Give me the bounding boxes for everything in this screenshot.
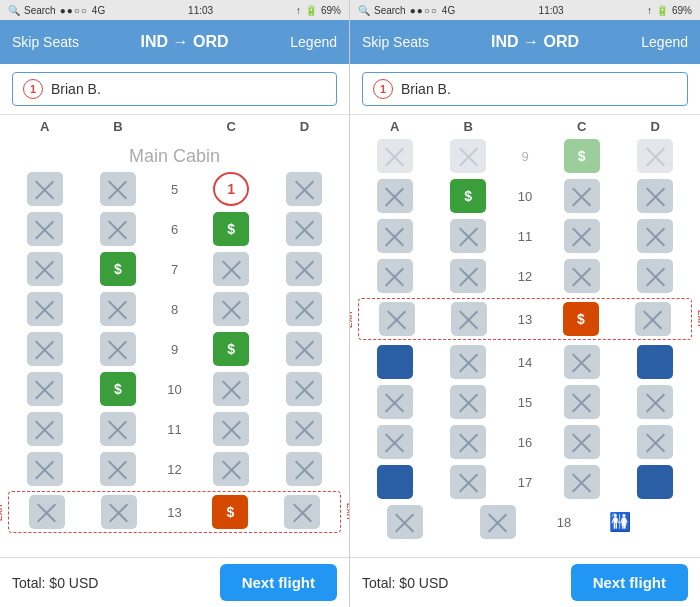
seat-10c[interactable] — [213, 372, 249, 406]
seat-11c[interactable] — [213, 412, 249, 446]
table-row: 9 $ — [8, 331, 341, 367]
seat-13c[interactable]: $ — [212, 495, 248, 529]
seat-r17b[interactable] — [450, 465, 486, 499]
seat-r14b[interactable] — [450, 345, 486, 379]
seat-9d[interactable] — [286, 332, 322, 366]
next-flight-button-right[interactable]: Next flight — [571, 564, 688, 601]
seat-r12b[interactable] — [450, 259, 486, 293]
next-flight-button-left[interactable]: Next flight — [220, 564, 337, 601]
seat-8c[interactable] — [213, 292, 249, 326]
seat-7a[interactable] — [27, 252, 63, 286]
seat-r14d[interactable] — [637, 345, 673, 379]
legend-button[interactable]: Legend — [290, 34, 337, 50]
seat-r13a[interactable] — [379, 302, 415, 336]
seat-r15b[interactable] — [450, 385, 486, 419]
seat-11d[interactable] — [286, 412, 322, 446]
seat-grid-left: 5 1 6 $ $ 7 — [0, 171, 349, 533]
status-bar-right: 🔍 Search ●●○○ 4G 11:03 ↑ 🔋 69% — [350, 0, 700, 20]
seat-7b[interactable]: $ — [100, 252, 136, 286]
seat-r11b[interactable] — [450, 219, 486, 253]
seat-r16b[interactable] — [450, 425, 486, 459]
seat-6c[interactable]: $ — [213, 212, 249, 246]
seat-5c[interactable]: 1 — [213, 172, 249, 206]
seat-12a[interactable] — [27, 452, 63, 486]
seat-r15c[interactable] — [564, 385, 600, 419]
seat-r14c[interactable] — [564, 345, 600, 379]
seat-r16c[interactable] — [564, 425, 600, 459]
seat-r13c[interactable]: $ — [563, 302, 599, 336]
seat-r18a[interactable] — [387, 505, 423, 539]
seat-r14a[interactable] — [377, 345, 413, 379]
seat-11a[interactable] — [27, 412, 63, 446]
seat-10b[interactable]: $ — [100, 372, 136, 406]
legend-button-right[interactable]: Legend — [641, 34, 688, 50]
seat-5d[interactable] — [286, 172, 322, 206]
seat-13a[interactable] — [29, 495, 65, 529]
seat-9c[interactable]: $ — [213, 332, 249, 366]
passenger-name-right: Brian B. — [401, 81, 451, 97]
seat-8a[interactable] — [27, 292, 63, 326]
seat-r17d[interactable] — [637, 465, 673, 499]
seat-r10b[interactable]: $ — [450, 179, 486, 213]
seat-7c[interactable] — [213, 252, 249, 286]
seat-r9d[interactable] — [637, 139, 673, 173]
seat-6b[interactable] — [100, 212, 136, 246]
seat-11b[interactable] — [100, 412, 136, 446]
seat-map-left: Main Cabin 5 1 6 $ $ 7 — [0, 138, 349, 557]
seat-r9a[interactable] — [377, 139, 413, 173]
passenger-box-right[interactable]: 1 Brian B. — [362, 72, 688, 106]
battery-label-right: 69% — [672, 5, 692, 16]
seat-9b[interactable] — [100, 332, 136, 366]
seat-r17a[interactable] — [377, 465, 413, 499]
seat-r13b[interactable] — [451, 302, 487, 336]
seat-12d[interactable] — [286, 452, 322, 486]
seat-r11c[interactable] — [564, 219, 600, 253]
seat-r11a[interactable] — [377, 219, 413, 253]
seat-r12d[interactable] — [637, 259, 673, 293]
seat-r13d[interactable] — [635, 302, 671, 336]
seat-8b[interactable] — [100, 292, 136, 326]
left-panel: 🔍 Search ●●○○ 4G 11:03 ↑ 🔋 69% Skip Seat… — [0, 0, 350, 607]
seat-r9c[interactable]: $ — [564, 139, 600, 173]
seat-r17c[interactable] — [564, 465, 600, 499]
seat-r15d[interactable] — [637, 385, 673, 419]
seat-10a[interactable] — [27, 372, 63, 406]
passenger-box[interactable]: 1 Brian B. — [12, 72, 337, 106]
seat-6a[interactable] — [27, 212, 63, 246]
seat-5b[interactable] — [100, 172, 136, 206]
seat-6d[interactable] — [286, 212, 322, 246]
seat-13d[interactable] — [284, 495, 320, 529]
seat-5a[interactable] — [27, 172, 63, 206]
total-right: Total: $0 USD — [362, 575, 448, 591]
seat-r10c[interactable] — [564, 179, 600, 213]
seat-r18b[interactable] — [480, 505, 516, 539]
seat-r12c[interactable] — [564, 259, 600, 293]
seat-r9b[interactable] — [450, 139, 486, 173]
seat-r15a[interactable] — [377, 385, 413, 419]
seat-7d[interactable] — [286, 252, 322, 286]
signal-dots-right: ●●○○ — [410, 5, 438, 16]
skip-seats-button-right[interactable]: Skip Seats — [362, 34, 429, 50]
seat-r16d[interactable] — [637, 425, 673, 459]
exit-label-left: EXIT — [0, 503, 4, 521]
seat-9a[interactable] — [27, 332, 63, 366]
seat-13b[interactable] — [101, 495, 137, 529]
seat-12c[interactable] — [213, 452, 249, 486]
seat-8d[interactable] — [286, 292, 322, 326]
seat-r10d[interactable] — [637, 179, 673, 213]
col-header-c-right: C — [545, 119, 619, 134]
col-header-a: A — [8, 119, 81, 134]
table-row: 11 — [358, 218, 692, 254]
seat-r12a[interactable] — [377, 259, 413, 293]
status-bar-left: 🔍 Search ●●○○ 4G 11:03 ↑ 🔋 69% — [0, 0, 349, 20]
seat-10d[interactable] — [286, 372, 322, 406]
exit-label-right-right: EXIT — [696, 310, 700, 328]
table-row: $ 7 — [8, 251, 341, 287]
passenger-number: 1 — [23, 79, 43, 99]
seat-r16a[interactable] — [377, 425, 413, 459]
seat-12b[interactable] — [100, 452, 136, 486]
table-row: 6 $ — [8, 211, 341, 247]
skip-seats-button[interactable]: Skip Seats — [12, 34, 79, 50]
seat-r10a[interactable] — [377, 179, 413, 213]
seat-r11d[interactable] — [637, 219, 673, 253]
